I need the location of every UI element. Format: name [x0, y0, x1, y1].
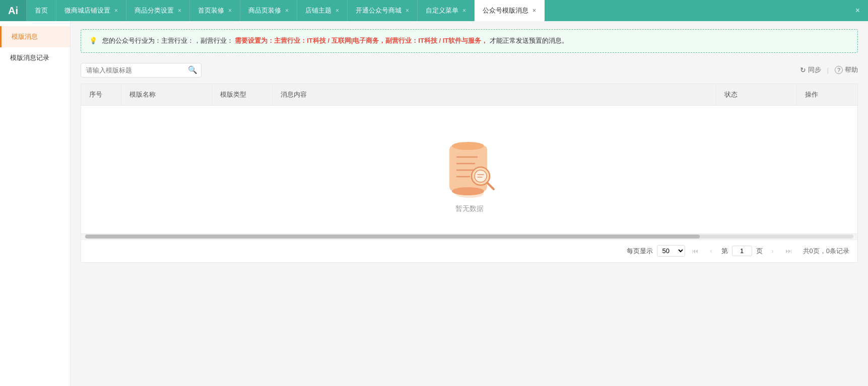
info-prefix: 您的公众号行业为：主营行业：，副营行业： [102, 37, 233, 44]
tab-shop-settings-label: 微商城店铺设置 [64, 6, 110, 15]
svg-point-1 [452, 142, 484, 150]
help-icon: ? [835, 66, 843, 74]
empty-illustration [439, 136, 500, 196]
bulb-icon: 💡 [89, 37, 97, 44]
tab-product-category-label: 商品分类设置 [135, 6, 174, 15]
help-label: 帮助 [845, 65, 858, 74]
col-action: 操作 [797, 84, 857, 105]
tab-product-decor[interactable]: 商品页装修 × [240, 0, 297, 21]
page-unit: 页 [756, 247, 763, 256]
close-tab-product-decor[interactable]: × [285, 7, 289, 14]
sidebar-item-template-message-record[interactable]: 模版消息记录 [0, 47, 70, 68]
info-banner: 💡 您的公众号行业为：主营行业：，副营行业： 需要设置为：主营行业：IT科技 /… [81, 29, 858, 53]
col-message-content: 消息内容 [273, 84, 716, 105]
svg-point-8 [475, 170, 487, 182]
empty-text: 暂无数据 [455, 204, 484, 213]
logo-text: Ai [8, 5, 18, 17]
col-index: 序号 [81, 84, 121, 105]
page-number-input[interactable] [732, 246, 752, 256]
close-tab-template-msg[interactable]: × [532, 7, 536, 14]
scroll-thumb[interactable] [85, 235, 700, 239]
close-tab-open-mall[interactable]: × [406, 7, 409, 14]
info-suffix: 才能正常发送预置的消息。 [490, 37, 568, 44]
close-tab-product-category[interactable]: × [178, 7, 181, 14]
search-input-wrap: 🔍 [81, 63, 202, 78]
sidebar: 模版消息 模版消息记录 [0, 21, 71, 386]
close-tab-custom-menu[interactable]: × [462, 7, 466, 14]
tab-shop-theme-label: 店铺主题 [305, 6, 331, 15]
top-nav-bar: Ai 首页 微商城店铺设置 × 商品分类设置 × 首页装修 × 商品页装修 × … [0, 0, 868, 21]
horizontal-scrollbar[interactable] [81, 234, 857, 240]
scroll-track[interactable] [85, 235, 853, 239]
table-header: 序号 模版名称 模版类型 消息内容 状态 操作 [81, 84, 857, 106]
close-tab-shop-theme[interactable]: × [336, 7, 339, 14]
next-page-button[interactable]: › [767, 245, 779, 257]
col-status: 状态 [716, 84, 797, 105]
info-highlight: 需要设置为：主营行业：IT科技 / 互联网|电子商务，副营行业：IT科技 / I… [235, 37, 488, 44]
last-page-button[interactable]: ⏭ [783, 245, 795, 257]
search-input[interactable] [81, 63, 202, 78]
prev-page-button[interactable]: ‹ [705, 245, 717, 257]
tab-home-decor-label: 首页装修 [198, 6, 224, 15]
sidebar-item-template-message[interactable]: 模版消息 [0, 26, 70, 47]
help-button[interactable]: ? 帮助 [835, 65, 858, 74]
sidebar-item-template-message-record-label: 模版消息记录 [10, 54, 49, 61]
tab-home[interactable]: 首页 [27, 0, 56, 21]
tab-open-mall[interactable]: 开通公众号商城 × [348, 0, 418, 21]
data-table: 序号 模版名称 模版类型 消息内容 状态 操作 [81, 84, 858, 263]
first-page-button[interactable]: ⏮ [689, 245, 701, 257]
content-area: 💡 您的公众号行业为：主营行业：，副营行业： 需要设置为：主营行业：IT科技 /… [71, 21, 868, 386]
search-bar: 🔍 ↻ 同步 | ? 帮助 [81, 63, 858, 78]
toolbar-divider: | [827, 66, 829, 74]
empty-state: 暂无数据 [81, 106, 857, 234]
sidebar-item-template-message-label: 模版消息 [12, 33, 38, 40]
tab-shop-settings[interactable]: 微商城店铺设置 × [56, 0, 126, 21]
logo-tab: Ai [0, 0, 27, 21]
tab-template-msg[interactable]: 公众号模版消息 × [475, 0, 545, 21]
tab-custom-menu-label: 自定义菜单 [426, 6, 458, 15]
page-label: 第 [721, 247, 728, 256]
tab-home-decor[interactable]: 首页装修 × [190, 0, 240, 21]
refresh-icon: ↻ [800, 66, 806, 74]
close-all-button[interactable]: × [847, 6, 868, 15]
svg-point-2 [452, 187, 484, 195]
sync-button[interactable]: ↻ 同步 [800, 65, 821, 74]
tab-template-msg-label: 公众号模版消息 [483, 6, 528, 15]
tab-shop-theme[interactable]: 店铺主题 × [297, 0, 348, 21]
tab-custom-menu[interactable]: 自定义菜单 × [418, 0, 475, 21]
page-size-label: 每页显示 [627, 247, 653, 256]
toolbar-right: ↻ 同步 | ? 帮助 [800, 65, 858, 74]
main-layout: 模版消息 模版消息记录 💡 您的公众号行业为：主营行业：，副营行业： 需要设置为… [0, 21, 868, 386]
col-template-name: 模版名称 [121, 84, 212, 105]
tab-product-decor-label: 商品页装修 [248, 6, 281, 15]
search-icon[interactable]: 🔍 [188, 65, 197, 74]
sync-label: 同步 [808, 65, 821, 74]
page-total: 共0页，0条记录 [803, 247, 849, 256]
close-tab-home-decor[interactable]: × [228, 7, 232, 14]
page-size-select[interactable]: 50 20 100 [657, 245, 685, 257]
tab-home-label: 首页 [35, 6, 48, 15]
tab-product-category[interactable]: 商品分类设置 × [126, 0, 190, 21]
close-tab-shop-settings[interactable]: × [114, 7, 118, 14]
col-template-type: 模版类型 [212, 84, 273, 105]
empty-state-svg [439, 136, 500, 201]
pagination: 每页显示 50 20 100 ⏮ ‹ 第 页 › ⏭ 共0页，0条记录 [81, 240, 857, 262]
tab-open-mall-label: 开通公众号商城 [356, 6, 402, 15]
svg-line-9 [487, 183, 494, 189]
